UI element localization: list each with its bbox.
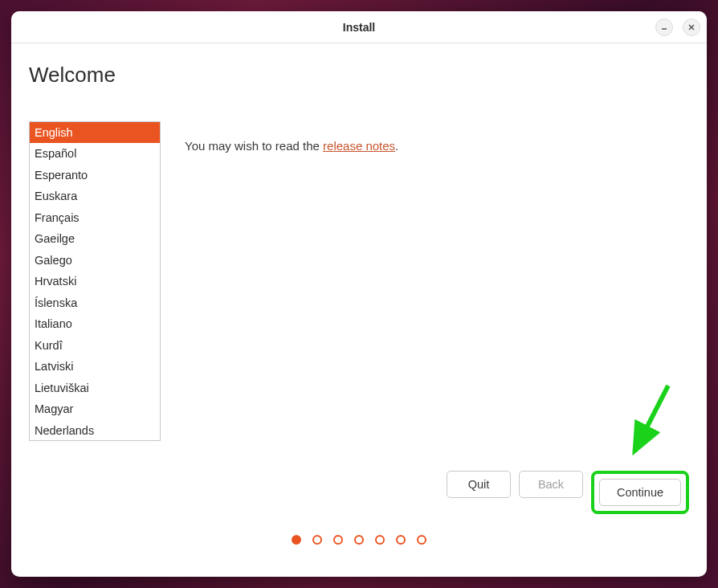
window-controls [655,18,700,36]
language-item[interactable]: Nederlands [30,420,160,441]
progress-dot [396,535,406,545]
installer-window: Install Welcome EnglishEspañolEsperantoE… [11,11,707,577]
progress-dot [354,535,364,545]
language-item[interactable]: English [30,122,160,143]
main-area: EnglishEspañolEsperantoEuskaraFrançaisGa… [29,121,689,455]
continue-highlight: Continue [591,471,689,514]
content-area: Welcome EnglishEspañolEsperantoEuskaraFr… [11,43,707,577]
language-item[interactable]: Gaeilge [30,228,160,249]
progress-dot [333,535,343,545]
language-item[interactable]: Hrvatski [30,271,160,292]
progress-dot [292,535,301,545]
close-icon [687,23,696,31]
language-item[interactable]: Euskara [30,186,160,206]
language-item[interactable]: Latviski [30,356,160,377]
release-notes-text: You may wish to read the release notes. [185,139,689,153]
release-notes-link[interactable]: release notes [323,139,395,153]
continue-button[interactable]: Continue [599,479,681,506]
language-item[interactable]: Galego [30,250,160,271]
notes-suffix: . [395,139,398,153]
minimize-icon [660,23,668,31]
language-item[interactable]: Italiano [30,313,160,334]
close-button[interactable] [683,18,700,36]
language-item[interactable]: Español [30,143,160,164]
language-list[interactable]: EnglishEspañolEsperantoEuskaraFrançaisGa… [29,121,161,441]
minimize-button[interactable] [655,18,673,36]
language-item[interactable]: Magyar [30,398,160,419]
language-item[interactable]: Français [30,207,160,228]
quit-button[interactable]: Quit [447,471,511,498]
language-item[interactable]: Kurdî [30,335,160,356]
notes-prefix: You may wish to read the [185,139,323,153]
button-row: Quit Back Continue [29,471,689,514]
progress-dots [29,535,689,545]
language-item[interactable]: Lietuviškai [30,378,160,398]
back-button: Back [519,471,583,498]
titlebar: Install [11,11,707,43]
progress-dot [417,535,426,545]
language-item[interactable]: Esperanto [30,165,160,186]
window-title: Install [11,21,707,34]
progress-dot [312,535,322,545]
right-pane: You may wish to read the release notes. [185,121,689,455]
page-heading: Welcome [29,63,689,88]
progress-dot [375,535,385,545]
language-item[interactable]: Íslenska [30,292,160,313]
